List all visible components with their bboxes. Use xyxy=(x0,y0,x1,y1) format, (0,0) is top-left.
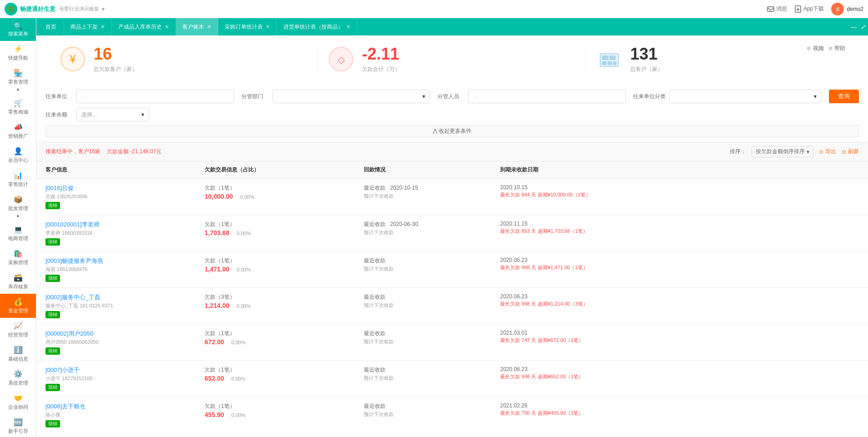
tab-close-purchase-stats[interactable]: ✕ xyxy=(266,24,270,30)
customer-name-2[interactable]: [0001020001]李老师 xyxy=(45,221,100,228)
tab-close-customer-ledger[interactable]: ✕ xyxy=(207,24,211,30)
sidebar-item-purchase[interactable]: 🛍️ 采购管理 xyxy=(0,246,36,270)
customer-name-3[interactable]: [0003]畅捷服务尹海燕 xyxy=(45,257,103,264)
customer-phone-5: 用户2050 18665062050 xyxy=(45,339,205,346)
filter-label-dept: 分管部门 xyxy=(241,93,269,100)
filter-select-dept[interactable]: ▾ xyxy=(272,90,430,103)
sidebar-item-basic-info[interactable]: ℹ️ 基础信息 xyxy=(0,342,36,366)
customer-info-6: [0007]小迸千 小迸千 18279152100 现销 xyxy=(45,366,205,391)
col-header-collection: 回款情况 xyxy=(364,166,500,174)
overdue-link-3[interactable]: 超期¥1,471.00（1笔） xyxy=(538,265,588,270)
svg-rect-7 xyxy=(602,55,608,60)
sidebar-item-wholesale[interactable]: 📦 批发管理 ▲ xyxy=(0,191,36,221)
app-download-btn[interactable]: App下载 xyxy=(794,5,824,13)
filter-input-unit[interactable]: ... xyxy=(76,90,234,103)
customer-name-5[interactable]: [000002]用户2050 xyxy=(45,330,94,337)
overdue-link-4[interactable]: 超期¥1,214.00（3笔） xyxy=(538,301,588,306)
export-button[interactable]: ⊙ 导出 xyxy=(819,148,836,156)
top-bar: 🌿 畅捷通好生意 母婴行业演示账套 ▾ 消息 App下载 d demo2 xyxy=(0,0,868,18)
help-btn[interactable]: ⊙ 帮助 xyxy=(828,45,845,52)
collection-info-6: 最近收款 预计下次收款 xyxy=(364,366,500,382)
tab-product-listing[interactable]: 商品上下架 ✕ xyxy=(64,18,112,35)
table-row: [0016]吕俊 吕俊 13026203696 现销 欠款（1笔） 10,000… xyxy=(36,179,868,215)
filter-input-person[interactable]: ... xyxy=(468,90,626,103)
refresh-button[interactable]: ⊙ 刷新 xyxy=(842,148,859,156)
sidebar-search[interactable]: 🔍 搜索菜单 xyxy=(0,18,36,41)
sidebar-item-quick-nav[interactable]: ⚡ 快捷导航 xyxy=(0,41,36,65)
sidebar-item-collab[interactable]: 🤝 企业协同 xyxy=(0,390,36,414)
stat-label-total-customers: 总客户（家） xyxy=(630,65,799,73)
sidebar-item-system[interactable]: ⚙️ 系统管理 xyxy=(0,366,36,390)
chevron-down-icon-sort: ▾ xyxy=(807,149,809,155)
sidebar-item-guide[interactable]: 🆕 新手引导 xyxy=(0,414,36,437)
table-row: [0003]畅捷服务尹海燕 海燕 18513066976 现销 欠款（1笔） 1… xyxy=(36,251,868,288)
debt-count-1: 欠款（1笔） xyxy=(205,184,364,192)
tab-maximize-icon[interactable]: ⤢ xyxy=(861,23,866,30)
tab-goods-stats[interactable]: 进货单统计表（按商品） ✕ xyxy=(277,18,357,35)
sidebar-item-member[interactable]: 👤 会员中心 xyxy=(0,143,36,167)
tab-production-history[interactable]: 产成品入库单历史 ✕ xyxy=(112,18,176,35)
tab-purchase-stats[interactable]: 采购订单统计表 ✕ xyxy=(218,18,277,35)
tab-close-product-listing[interactable]: ✕ xyxy=(100,24,105,30)
sidebar-item-capital[interactable]: 💰 资金管理 xyxy=(0,294,36,318)
customer-info-5: [000002]用户2050 用户2050 18665062050 现销 xyxy=(45,330,205,355)
col-header-customer: 客户信息 xyxy=(45,166,205,174)
sidebar-item-retail-shop[interactable]: 🛒 零售商城 xyxy=(0,95,36,119)
sidebar-item-ecommerce[interactable]: 💻 电商管理 xyxy=(0,221,36,246)
customer-name-6[interactable]: [0007]小迸千 xyxy=(45,367,80,373)
user-area[interactable]: d demo2 xyxy=(831,3,863,15)
tab-home[interactable]: 首页 xyxy=(38,18,64,35)
due-info-7: 2021.02.26 最长欠款 750 天 超期¥455.90（1笔） xyxy=(500,402,859,417)
filter-row-1: 往来单位 ... 分管部门 ▾ xyxy=(45,90,859,103)
customer-name-1[interactable]: [0016]吕俊 xyxy=(45,185,74,191)
sidebar-item-operations[interactable]: 📈 经营管理 xyxy=(0,318,36,342)
message-btn[interactable]: 消息 xyxy=(767,5,787,13)
tab-minimize-icon[interactable]: — xyxy=(851,23,857,30)
stat-icon-3 xyxy=(596,45,623,73)
overdue-link-6[interactable]: 超期¥652.00（1笔） xyxy=(538,374,584,379)
filter-label-person: 分管人员 xyxy=(437,93,465,100)
logo-area: 🌿 畅捷通好生意 xyxy=(5,3,55,15)
nav-dropdown[interactable]: ▾ xyxy=(102,6,105,12)
stat-label-debt-customers: 总欠款客户（家） xyxy=(94,65,309,73)
table-wrapper: 客户信息 欠款交易信息（占比） 回款情况 到期未收款日期 [0016]吕俊 吕俊… xyxy=(36,161,868,437)
sidebar-item-marketing[interactable]: 📣 营销推广 xyxy=(0,119,36,143)
query-button[interactable]: 查询 xyxy=(829,90,859,103)
customer-info-3: [0003]畅捷服务尹海燕 海燕 18513066976 现销 xyxy=(45,257,205,282)
customer-name-4[interactable]: [0002]服务中心_丁磊 xyxy=(45,294,100,301)
sidebar-item-retail-stats[interactable]: 📊 零售统计 xyxy=(0,167,36,191)
debt-ratio-1: 0.00% xyxy=(240,194,254,200)
filter-select-category[interactable]: ▾ xyxy=(669,90,822,103)
tab-close-production-history[interactable]: ✕ xyxy=(165,24,169,30)
customer-name-7[interactable]: [0006]去下粮仓 xyxy=(45,403,85,410)
chevron-down-icon: ▾ xyxy=(422,93,425,100)
sort-select[interactable]: 按欠款金额倒序排序 ▾ xyxy=(752,146,813,157)
collection-info-1: 最近收款 2020-10-15 预计下次收款 xyxy=(364,184,500,200)
customer-phone-4: 服务中心_丁磊 181 0125 8371 xyxy=(45,302,205,309)
svg-text:◇: ◇ xyxy=(338,55,345,65)
table-row: [000001]黄思源 黄思源 13552700226 现销 欠款（1笔） 42… xyxy=(36,433,868,437)
tab-close-goods-stats[interactable]: ✕ xyxy=(346,24,351,30)
sidebar-item-inventory[interactable]: 🗃️ 库存核算 xyxy=(0,270,36,294)
customer-badge-2: 现销 xyxy=(45,238,60,246)
overdue-link-2[interactable]: 超期¥1,703.68（1笔） xyxy=(538,228,588,234)
customer-badge-1: 现销 xyxy=(45,202,60,209)
view-video-btn[interactable]: ⊙ 视频 xyxy=(807,45,823,52)
customer-badge-7: 现销 xyxy=(45,420,60,427)
collection-info-2: 最近收款 2020-06-30 预计下次收款 xyxy=(364,221,500,236)
filter-select-balance[interactable]: 选择... ▾ xyxy=(76,108,149,121)
content-area: 首页 商品上下架 ✕ 产成品入库单历史 ✕ 客户账本 ✕ 采购订单统计表 ✕ xyxy=(36,18,868,437)
collection-info-4: 最近收款 预计下次收款 xyxy=(364,293,500,309)
tab-customer-ledger[interactable]: 客户账本 ✕ xyxy=(176,18,218,35)
overdue-link-5[interactable]: 超期¥672.00（1笔） xyxy=(538,337,584,343)
svg-rect-8 xyxy=(609,55,616,60)
overdue-link-7[interactable]: 超期¥455.90（1笔） xyxy=(538,410,584,416)
collapse-bar[interactable]: ⋀ 收起更多条件 xyxy=(45,125,859,137)
logo-subtitle: 母婴行业演示账套 xyxy=(59,5,99,12)
customer-badge-4: 现销 xyxy=(45,311,60,318)
due-info-4: 2020.06.23 最长欠款 998 天 超期¥1,214.00（3笔） xyxy=(500,293,859,307)
sidebar-item-retail-mgmt[interactable]: 🏪 零售管理 ▲ xyxy=(0,65,36,95)
page-content: ¥ 16 总欠款客户（家） ◇ xyxy=(36,35,868,437)
overdue-link-1[interactable]: 超期¥10,000.00（1笔） xyxy=(538,192,591,197)
stat-card-total-debt: ◇ -2.11 欠款合计（万） xyxy=(318,45,587,73)
